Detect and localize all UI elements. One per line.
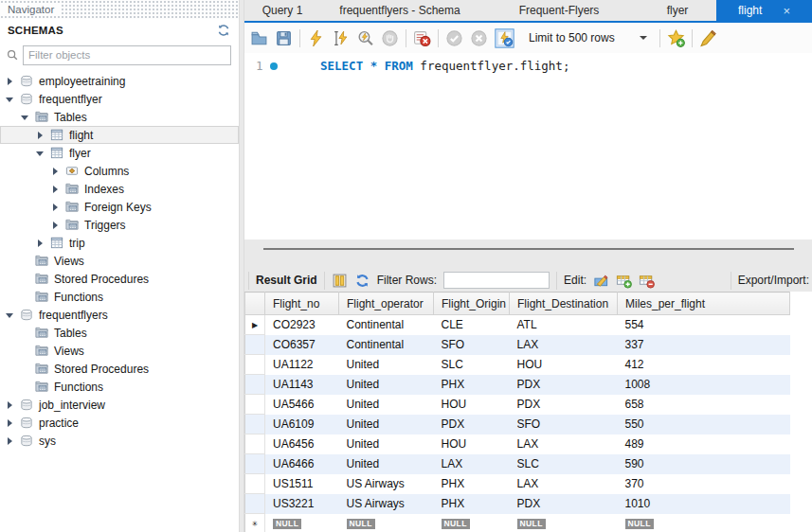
new-row-marker[interactable]: ✳: [245, 514, 265, 532]
cell[interactable]: LAX: [510, 434, 618, 454]
null-cell[interactable]: NULL: [510, 514, 618, 532]
tree-item-frequentflyer[interactable]: frequentflyer: [0, 90, 239, 108]
collapsed-arrow-icon[interactable]: [35, 131, 46, 140]
cell[interactable]: UA6456: [265, 434, 339, 454]
cell[interactable]: LAX: [510, 335, 618, 355]
column-header-flight-no[interactable]: Flight_no: [265, 293, 339, 315]
refresh-icon[interactable]: [354, 273, 370, 289]
save-icon[interactable]: [275, 29, 293, 47]
cell[interactable]: United: [339, 355, 434, 375]
expanded-arrow-icon[interactable]: [5, 310, 16, 320]
cell[interactable]: PDX: [434, 415, 510, 434]
null-cell[interactable]: NULL: [339, 514, 434, 532]
cell[interactable]: HOU: [434, 434, 510, 454]
tree-item-stored-procedures[interactable]: Stored Procedures: [0, 270, 239, 288]
cell[interactable]: United: [339, 395, 434, 415]
cell[interactable]: 550: [618, 415, 790, 434]
cell[interactable]: UA1143: [265, 375, 339, 395]
sync-schemas-icon[interactable]: [216, 23, 231, 38]
cell[interactable]: 370: [618, 474, 790, 494]
cell[interactable]: CO2923: [265, 315, 339, 335]
tree-item-views[interactable]: Views: [0, 342, 239, 360]
collapsed-arrow-icon[interactable]: [50, 185, 62, 194]
tree-item-foreign-keys[interactable]: Foreign Keys: [0, 198, 239, 216]
tree-item-tables[interactable]: Tables: [0, 108, 239, 126]
commit-icon[interactable]: [445, 29, 463, 47]
collapsed-arrow-icon[interactable]: [35, 239, 46, 248]
tree-item-employeetraining[interactable]: employeetraining: [0, 72, 239, 90]
column-header-flight-origin[interactable]: Flight_Origin: [434, 293, 510, 315]
collapsed-arrow-icon[interactable]: [50, 203, 62, 212]
tree-item-stored-procedures[interactable]: Stored Procedures: [0, 360, 239, 378]
cell[interactable]: SLC: [510, 454, 618, 474]
tree-item-triggers[interactable]: Triggers: [0, 216, 239, 234]
cell[interactable]: 337: [618, 335, 790, 355]
row-selector[interactable]: [245, 335, 265, 355]
delete-row-icon[interactable]: [639, 273, 655, 289]
cell[interactable]: PHX: [434, 494, 510, 514]
cell[interactable]: 489: [618, 434, 790, 454]
null-cell[interactable]: NULL: [618, 514, 790, 532]
cell[interactable]: Continental: [339, 335, 434, 355]
cell[interactable]: UA6466: [265, 454, 339, 474]
editor-result-splitter[interactable]: [244, 239, 812, 269]
column-header-flight-operator[interactable]: Flight_operator: [339, 293, 434, 315]
row-selector[interactable]: [245, 415, 265, 434]
cell[interactable]: SFO: [434, 335, 510, 355]
collapsed-arrow-icon[interactable]: [5, 400, 16, 410]
autocommit-icon[interactable]: [495, 28, 514, 48]
explain-icon[interactable]: [356, 29, 374, 47]
row-selector[interactable]: [245, 434, 265, 454]
row-selector[interactable]: [245, 494, 265, 514]
tree-item-functions[interactable]: Functions: [0, 378, 239, 396]
row-selector[interactable]: [245, 474, 265, 494]
tree-item-flyer[interactable]: flyer: [0, 144, 239, 162]
tree-item-job-interview[interactable]: job_interview: [0, 396, 239, 414]
execute-icon[interactable]: [307, 29, 325, 47]
beautify-icon[interactable]: [699, 29, 717, 47]
cell[interactable]: SFO: [510, 415, 618, 434]
cell[interactable]: 554: [618, 315, 790, 335]
filter-rows-input[interactable]: [443, 272, 550, 289]
cell[interactable]: CO6357: [265, 335, 339, 355]
tree-item-columns[interactable]: Columns: [0, 162, 239, 180]
cell[interactable]: 1008: [618, 375, 790, 395]
collapsed-arrow-icon[interactable]: [5, 436, 16, 446]
cell[interactable]: PDX: [510, 395, 618, 415]
cell[interactable]: PDX: [510, 494, 618, 514]
tree-item-sys[interactable]: sys: [0, 432, 239, 450]
grid-toggle-icon[interactable]: [332, 273, 348, 289]
cell[interactable]: 1010: [618, 494, 790, 514]
open-script-icon[interactable]: [250, 29, 268, 47]
sql-editor[interactable]: 1 SELECT * FROM frequentflyer.flight;: [244, 53, 812, 239]
cell[interactable]: PHX: [434, 375, 510, 395]
tree-item-practice[interactable]: practice: [0, 414, 239, 432]
cell[interactable]: 590: [618, 454, 790, 474]
cell[interactable]: US Airways: [339, 474, 434, 494]
add-row-icon[interactable]: [616, 273, 632, 289]
cell[interactable]: PDX: [510, 375, 618, 395]
cell[interactable]: UA1122: [265, 355, 339, 375]
collapsed-arrow-icon[interactable]: [5, 418, 16, 428]
rollback-icon[interactable]: [470, 29, 488, 47]
cell[interactable]: UA5466: [265, 395, 339, 415]
tab-frequent-flyers[interactable]: Frequent-Flyers: [479, 0, 639, 21]
cell[interactable]: PHX: [434, 474, 510, 494]
column-header-flight-destination[interactable]: Flight_Destination: [510, 293, 618, 315]
close-tab-icon[interactable]: ×: [769, 4, 790, 18]
row-selector[interactable]: [245, 355, 265, 375]
null-cell[interactable]: NULL: [265, 514, 339, 532]
new-snippet-icon[interactable]: [667, 29, 685, 47]
collapsed-arrow-icon[interactable]: [50, 221, 62, 230]
limit-rows-select[interactable]: Limit to 500 rows: [521, 31, 653, 44]
row-selector[interactable]: [245, 375, 265, 395]
tree-item-views[interactable]: Views: [0, 252, 239, 270]
stop-icon[interactable]: [381, 29, 399, 47]
execute-current-icon[interactable]: [332, 29, 350, 47]
tab-flight[interactable]: flight×: [716, 0, 812, 21]
cell[interactable]: 412: [618, 355, 790, 375]
column-header-miles-per-flight[interactable]: Miles_per_flight: [618, 293, 790, 315]
cell[interactable]: UA6109: [265, 415, 339, 434]
row-selector[interactable]: [245, 395, 265, 415]
current-row-marker[interactable]: ▶: [245, 315, 265, 335]
